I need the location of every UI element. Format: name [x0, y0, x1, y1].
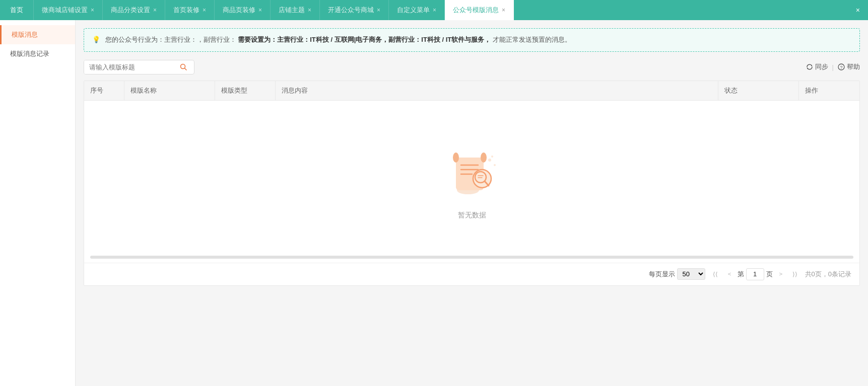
last-page-button[interactable]: ⟩⟩ — [789, 268, 801, 280]
table-header: 序号 模版名称 模版类型 消息内容 状态 操作 — [84, 81, 859, 101]
empty-text: 暂无数据 — [458, 211, 486, 220]
page-size-label: 每页显示 — [649, 270, 675, 279]
tab-label: 店铺主题 — [279, 6, 305, 15]
main-layout: 模版消息 模版消息记录 💡 您的公众号行业为：主营行业：，副营行业： 需要设置为… — [0, 20, 868, 386]
svg-text:?: ? — [840, 65, 842, 70]
table-body-empty: 暂无数据 — [84, 101, 859, 252]
svg-point-6 — [453, 152, 459, 163]
col-content: 消息内容 — [276, 81, 718, 100]
pagination-row: 每页显示 50 20 100 ⟨⟨ ＜ 第 页 ＞ ⟩⟩ 共0页，0条记 — [84, 263, 859, 285]
content-area: 💡 您的公众号行业为：主营行业：，副营行业： 需要设置为：主营行业：IT科技 /… — [76, 20, 868, 386]
svg-point-7 — [481, 152, 487, 163]
top-nav: 首页 微商城店铺设置 × 商品分类设置 × 首页装修 × 商品页装修 × 店铺主… — [0, 0, 868, 20]
sidebar-item-label: 模版消息 — [12, 31, 38, 38]
close-icon[interactable]: × — [433, 7, 436, 14]
close-icon[interactable]: × — [258, 7, 262, 14]
col-type: 模版类型 — [215, 81, 276, 100]
tab-product-category[interactable]: 商品分类设置 × — [103, 0, 165, 20]
empty-state-illustration — [442, 142, 502, 203]
sidebar-item-template-message[interactable]: 模版消息 — [0, 25, 75, 44]
tab-label: 公众号模版消息 — [453, 6, 499, 15]
horizontal-scrollbar[interactable] — [84, 256, 859, 259]
col-action-label: 操作 — [805, 87, 818, 94]
page-total: 共0页，0条记录 — [805, 270, 851, 279]
tab-label: 开通公众号商城 — [328, 6, 374, 15]
tab-label: 商品页装修 — [223, 6, 255, 15]
close-icon[interactable]: × — [153, 7, 157, 14]
col-type-label: 模版类型 — [221, 87, 247, 94]
col-index-label: 序号 — [90, 87, 103, 94]
sidebar-item-label: 模版消息记录 — [10, 50, 49, 57]
svg-point-16 — [488, 159, 491, 162]
svg-line-1 — [185, 68, 187, 70]
notice-highlight: 需要设置为：主营行业：IT科技 / 互联网|电子商务，副营行业：IT科技 / I… — [238, 36, 491, 43]
search-input-wrapper — [84, 60, 194, 74]
tab-home-decoration[interactable]: 首页装修 × — [165, 0, 215, 20]
prev-page-button[interactable]: ＜ — [723, 268, 736, 280]
tab-product-decoration[interactable]: 商品页装修 × — [215, 0, 271, 20]
col-action: 操作 — [799, 81, 859, 100]
close-icon[interactable]: × — [502, 7, 505, 14]
search-button[interactable] — [175, 63, 192, 70]
page-label-prefix: 第 — [738, 270, 744, 279]
search-icon — [180, 63, 187, 70]
page-number-input[interactable] — [746, 268, 764, 280]
col-name: 模版名称 — [124, 81, 215, 100]
help-label: 帮助 — [847, 62, 860, 71]
tab-template-msg[interactable]: 公众号模版消息 × — [445, 0, 514, 20]
page-size-dropdown[interactable]: 50 20 100 — [677, 268, 705, 280]
tab-custom-menu[interactable]: 自定义菜单 × — [389, 0, 445, 20]
next-page-button[interactable]: ＞ — [775, 268, 787, 280]
global-close-icon: × — [856, 6, 860, 14]
tab-label: 微商城店铺设置 — [42, 6, 88, 15]
notice-icon: 💡 — [92, 36, 100, 43]
sync-label: 同步 — [815, 62, 828, 71]
scrollbar-track — [90, 256, 853, 259]
sync-icon — [806, 63, 813, 70]
toolbar-right: 同步 | ? 帮助 — [806, 62, 860, 71]
first-page-button[interactable]: ⟨⟨ — [709, 268, 721, 280]
toolbar-divider: | — [832, 63, 834, 71]
tab-label: 商品分类设置 — [111, 6, 150, 15]
search-input[interactable] — [84, 60, 175, 74]
search-row: 同步 | ? 帮助 — [84, 60, 860, 74]
col-status: 状态 — [718, 81, 799, 100]
close-icon[interactable]: × — [308, 7, 311, 14]
sync-button[interactable]: 同步 — [806, 62, 828, 71]
global-close-button[interactable]: × — [848, 6, 868, 14]
svg-point-17 — [494, 164, 496, 166]
table-container: 序号 模版名称 模版类型 消息内容 状态 操作 — [84, 81, 860, 286]
page-navigation: ⟨⟨ ＜ 第 页 ＞ ⟩⟩ — [709, 268, 801, 280]
tab-wechat-store[interactable]: 微商城店铺设置 × — [34, 0, 103, 20]
home-tab-label: 首页 — [10, 6, 23, 15]
notice-text-suffix: 才能正常发送预置的消息。 — [493, 36, 571, 43]
tab-label: 自定义菜单 — [397, 6, 430, 15]
close-icon[interactable]: × — [377, 7, 380, 14]
close-icon[interactable]: × — [203, 7, 206, 14]
close-icon[interactable]: × — [91, 7, 94, 14]
sidebar-item-template-record[interactable]: 模版消息记录 — [0, 44, 75, 63]
tab-home[interactable]: 首页 — [0, 0, 34, 20]
col-status-label: 状态 — [724, 87, 738, 94]
sidebar: 模版消息 模版消息记录 — [0, 20, 76, 386]
page-size-select: 每页显示 50 20 100 — [649, 268, 705, 280]
tab-store-theme[interactable]: 店铺主题 × — [271, 0, 320, 20]
col-name-label: 模版名称 — [130, 87, 157, 94]
notice-box: 💡 您的公众号行业为：主营行业：，副营行业： 需要设置为：主营行业：IT科技 /… — [84, 28, 860, 52]
page-label-suffix: 页 — [766, 270, 773, 279]
notice-text-prefix: 您的公众号行业为：主营行业：，副营行业： — [105, 36, 236, 43]
svg-point-18 — [491, 156, 493, 158]
col-index: 序号 — [84, 81, 124, 100]
tab-open-mall[interactable]: 开通公众号商城 × — [320, 0, 389, 20]
help-icon: ? — [838, 63, 845, 70]
tab-label: 首页装修 — [173, 6, 199, 15]
help-button[interactable]: ? 帮助 — [838, 62, 860, 71]
col-content-label: 消息内容 — [282, 87, 308, 94]
